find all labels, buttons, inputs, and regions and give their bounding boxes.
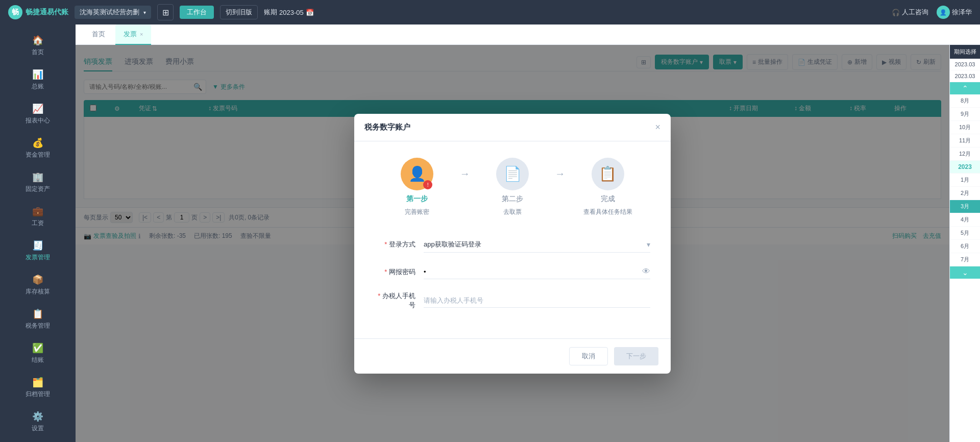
sidebar-item-close[interactable]: ✅ 结账: [4, 337, 71, 370]
sidebar-item-invoice[interactable]: 🧾 发票管理: [4, 235, 71, 267]
modal-title: 税务数字账户: [364, 122, 410, 132]
sidebar-item-inventory[interactable]: 📦 库存核算: [4, 269, 71, 301]
login-method-row: * 登录方式 app获取验证码登录 ▾: [375, 237, 650, 253]
login-method-value: app获取验证码登录: [424, 240, 481, 249]
content-wrapper: 销项发票 进项发票 费用小票 ⊞: [76, 45, 980, 442]
period-label: 账期: [264, 8, 277, 17]
step-1-desc: 完善账密: [405, 208, 429, 216]
sidebar-label-fixed-assets: 固定资产: [26, 185, 50, 193]
period-5[interactable]: 5月: [950, 227, 980, 240]
period-header-label: 期间选择: [954, 48, 976, 55]
sidebar-label-invoice: 发票管理: [26, 253, 50, 262]
password-input[interactable]: [424, 265, 642, 279]
period-2023-03-a[interactable]: 2023.03: [950, 59, 980, 70]
sidebar-item-settings[interactable]: ⚙️ 设置: [4, 406, 71, 438]
period-10[interactable]: 10月: [950, 121, 980, 134]
ledger-icon: 📊: [32, 69, 43, 80]
sidebar-item-reports[interactable]: 📈 报表中心: [4, 98, 71, 130]
payroll-icon: 💼: [32, 206, 43, 217]
period-9[interactable]: 9月: [950, 108, 980, 121]
tab-close-icon[interactable]: ×: [140, 31, 143, 37]
sidebar-item-ledger[interactable]: 📊 总账: [4, 64, 71, 96]
fixed-assets-icon: 🏢: [32, 171, 43, 183]
sidebar-item-home[interactable]: 🏠 首页: [4, 30, 71, 62]
step-2-desc: 去取票: [503, 208, 522, 216]
sidebar-item-guide[interactable]: 🎯 新手引导: [4, 440, 71, 442]
next-button[interactable]: 下一步: [614, 347, 658, 365]
login-method-dropdown[interactable]: app获取验证码登录 ▾: [424, 237, 650, 253]
phone-input[interactable]: [424, 293, 650, 308]
step-1-badge: !: [423, 180, 432, 189]
close-books-icon: ✅: [32, 342, 43, 354]
settings-icon: ⚙️: [32, 411, 43, 422]
avatar: 👤: [937, 6, 950, 19]
login-method-arrow-icon: ▾: [647, 240, 650, 249]
calendar-icon[interactable]: 📅: [306, 9, 314, 16]
company-selector[interactable]: 沈海英测试经营勿删 ▾: [75, 6, 151, 19]
sidebar-label-settings: 设置: [32, 424, 44, 433]
step-3-icon-char: 📋: [599, 165, 617, 182]
invoice-icon: 🧾: [32, 240, 43, 251]
password-row: * 网报密码 👁: [375, 265, 650, 279]
logo-icon: 畅: [8, 5, 22, 19]
step-1-label: 第一步: [406, 194, 428, 204]
tab-bar: 首页 发票 ×: [76, 24, 980, 45]
tab-invoice-label: 发票: [124, 30, 137, 39]
modal-body: 👤 ! 第一步 完善账密 →: [354, 141, 671, 338]
tab-invoice[interactable]: 发票 ×: [115, 24, 151, 45]
sidebar-label-payroll: 工资: [32, 219, 44, 228]
sidebar-item-tax[interactable]: 📋 税务管理: [4, 303, 71, 335]
app-logo: 畅 畅捷通易代账: [8, 5, 68, 19]
sidebar-label-home: 首页: [32, 48, 44, 57]
period-1[interactable]: 1月: [950, 174, 980, 187]
step-arrow-2: →: [555, 158, 565, 180]
modal-header: 税务数字账户 ×: [354, 114, 671, 141]
topbar: 畅 畅捷通易代账 沈海英测试经营勿删 ▾ ⊞ 工作台 切到旧版 账期 2023-…: [0, 0, 980, 24]
period-4[interactable]: 4月: [950, 213, 980, 227]
topbar-right: 🎧 人工咨询 👤 徐泽华: [892, 6, 972, 19]
period-header[interactable]: 期间选择: [950, 45, 980, 59]
support-link[interactable]: 🎧 人工咨询: [892, 8, 928, 17]
tax-digital-modal: 税务数字账户 × 👤 !: [354, 114, 671, 374]
sidebar-label-ledger: 总账: [32, 82, 44, 91]
period-expand-up[interactable]: ⌃: [950, 82, 980, 94]
sidebar-item-archive[interactable]: 🗂️ 归档管理: [4, 372, 71, 404]
sidebar-item-payroll[interactable]: 💼 工资: [4, 201, 71, 233]
period-2[interactable]: 2月: [950, 187, 980, 200]
period-11[interactable]: 11月: [950, 134, 980, 148]
period-12[interactable]: 12月: [950, 148, 980, 161]
username: 徐泽华: [952, 8, 972, 17]
modal-close-button[interactable]: ×: [655, 122, 660, 133]
step-3-icon: 📋: [592, 158, 624, 190]
required-star-2: *: [384, 268, 387, 276]
period-3[interactable]: 3月: [950, 200, 980, 213]
main-layout: 🏠 首页 📊 总账 📈 报表中心 💰 资金管理 🏢 固定资产 💼 工资 🧾 发票…: [0, 24, 980, 442]
workspace-button[interactable]: 工作台: [180, 6, 214, 19]
login-method-label: * 登录方式: [375, 240, 415, 249]
tax-icon: 📋: [32, 308, 43, 320]
sidebar-item-funds[interactable]: 💰 资金管理: [4, 132, 71, 164]
period-expand-down[interactable]: ⌄: [950, 266, 980, 279]
user-menu[interactable]: 👤 徐泽华: [937, 6, 972, 19]
invoice-content: 销项发票 进项发票 费用小票 ⊞: [76, 45, 949, 442]
cancel-button[interactable]: 取消: [569, 347, 608, 365]
step-2: 📄 第二步 去取票: [470, 158, 555, 216]
sidebar-label-funds: 资金管理: [26, 151, 50, 159]
eye-icon[interactable]: 👁: [642, 267, 650, 276]
switch-version-button[interactable]: 切到旧版: [220, 5, 258, 19]
period-right-sidebar: 期间选择 2023.03 2023.03 ⌃ 8月 9月 10月 11月 12月…: [949, 45, 980, 442]
sidebar-item-fixed-assets[interactable]: 🏢 固定资产: [4, 166, 71, 199]
period-2023: 2023: [950, 161, 980, 174]
company-settings-icon[interactable]: ⊞: [157, 4, 174, 20]
period-2023-03-b[interactable]: 2023.03: [950, 70, 980, 82]
reports-icon: 📈: [32, 103, 43, 114]
step-1-icon-char: 👤: [408, 165, 426, 182]
period-8[interactable]: 8月: [950, 94, 980, 108]
period-6[interactable]: 6月: [950, 240, 980, 253]
required-star: *: [384, 240, 387, 248]
tab-home[interactable]: 首页: [84, 24, 113, 45]
period-value: 2023-05: [279, 9, 304, 16]
required-star-3: *: [378, 292, 380, 300]
period-7[interactable]: 7月: [950, 253, 980, 266]
step-2-icon-char: 📄: [504, 165, 522, 182]
